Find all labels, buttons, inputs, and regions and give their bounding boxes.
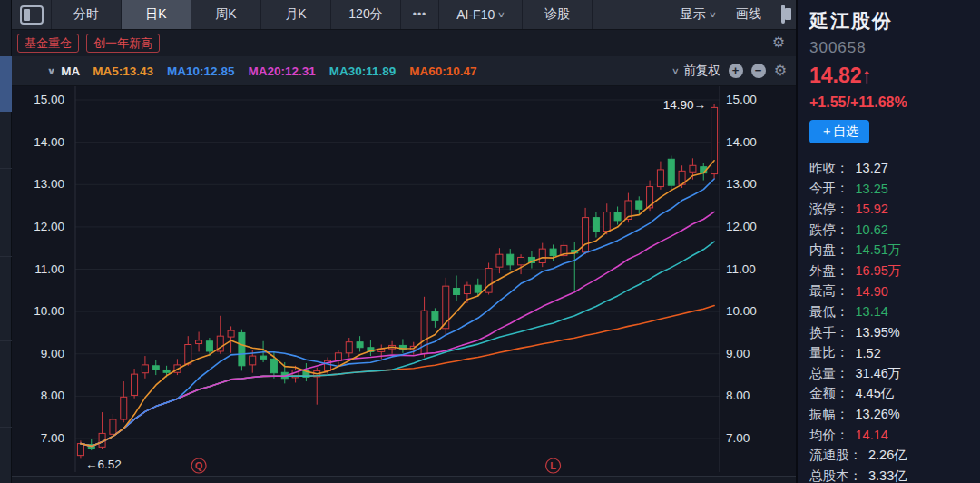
gear-icon[interactable]: ⚙ [772, 35, 785, 50]
display-menu-button[interactable]: 显示 ∨ [680, 6, 716, 23]
stat-label: 涨停： [809, 201, 849, 218]
zoom-in-button[interactable]: + [729, 64, 743, 78]
stat-value: 4.45亿 [856, 385, 895, 402]
tab-label: ••• [413, 8, 427, 21]
price-change: +1.55/+11.68% [809, 94, 980, 111]
candlestick-canvas[interactable]: 14.90→←6.52QL [12, 86, 796, 483]
stat-row: 最低：13.14 [809, 301, 980, 322]
dock-divider [0, 340, 12, 341]
adjust-label: 前复权 [683, 63, 720, 79]
period-toolbar: 分时日K周K月K120分•••AI-F10∨诊股 显示 ∨ 画线 [12, 0, 796, 30]
stat-value: 15.92 [856, 202, 888, 216]
current-price: 14.82↑ [809, 64, 980, 88]
tab-诊股[interactable]: 诊股 [523, 0, 593, 29]
y-axis-label-left: 12.00 [12, 220, 64, 233]
stat-label: 流通股： [809, 447, 862, 464]
event-marker-L[interactable]: L [546, 458, 561, 473]
stat-value: 14.51万 [856, 242, 902, 259]
stat-value: 13.95% [856, 325, 900, 340]
tab-•••[interactable]: ••• [401, 0, 439, 29]
y-axis-label-right: 10.00 [726, 304, 757, 318]
ma-value-MA20: MA20:12.31 [248, 64, 315, 78]
stat-label: 换手： [809, 324, 849, 341]
y-axis-label-right: 8.00 [726, 389, 750, 402]
y-axis-label-right: 14.00 [726, 135, 757, 149]
panel-right-icon [781, 5, 785, 24]
stat-row: 外盘：16.95万 [809, 261, 980, 281]
stat-row: 昨收：13.27 [809, 158, 980, 179]
ma-label: MA [61, 64, 80, 78]
stat-row: 均价：14.14 [809, 425, 980, 446]
stat-row: 总股本：3.33亿 [809, 466, 980, 483]
stat-label: 总股本： [809, 468, 862, 483]
stat-label: 振幅： [809, 406, 849, 423]
y-axis-label-right: 7.00 [726, 431, 750, 445]
stat-row: 换手：13.95% [809, 322, 980, 343]
tab-日K[interactable]: 日K [122, 0, 191, 29]
stat-row: 涨停：15.92 [809, 199, 980, 220]
draw-line-label: 画线 [736, 6, 761, 23]
event-marker-Q[interactable]: Q [191, 458, 206, 473]
stat-value: 14.90 [856, 284, 888, 299]
collapse-left-panel-button[interactable] [12, 0, 52, 29]
gear-icon[interactable]: ⚙ [774, 64, 787, 78]
collapse-right-panel-button[interactable] [781, 6, 785, 23]
tab-label: 诊股 [544, 6, 570, 23]
stat-label: 均价： [809, 427, 849, 444]
stat-label: 最高： [809, 282, 849, 300]
panel-divider [798, 153, 968, 153]
stat-value: 16.95万 [856, 262, 902, 280]
stat-value: 1.52 [856, 346, 881, 360]
toolbar-right-group: 显示 ∨ 画线 [680, 0, 796, 29]
stat-value: 2.26亿 [868, 447, 907, 464]
y-axis-label-left: 9.00 [12, 347, 64, 360]
chart-main-column: 分时日K周K月K120分•••AI-F10∨诊股 显示 ∨ 画线 基金重仓创一年… [12, 0, 796, 483]
stat-label: 今开： [809, 180, 849, 197]
tab-label: 月K [285, 6, 306, 23]
ma-collapse-toggle[interactable]: ∨ MA [48, 64, 80, 78]
stat-label: 最低： [809, 303, 849, 320]
left-dock-active-item[interactable] [0, 56, 12, 112]
tab-AI-F10[interactable]: AI-F10∨ [439, 0, 523, 29]
tab-label: 分时 [74, 6, 99, 23]
stat-value: 13.27 [856, 161, 888, 175]
y-axis-label-right: 11.00 [726, 262, 756, 276]
kline-chart[interactable]: 14.90→←6.52QL 15.0015.0014.0014.0013.001… [12, 86, 796, 483]
tab-label: AI-F10 [456, 7, 495, 22]
y-axis-label-left: 11.00 [12, 262, 64, 276]
chevron-down-icon: ∨ [47, 66, 56, 75]
tab-分时[interactable]: 分时 [52, 0, 122, 29]
stat-label: 昨收： [809, 160, 849, 177]
stat-label: 金额： [809, 385, 849, 402]
draw-line-button[interactable]: 画线 [736, 6, 761, 23]
stat-label: 内盘： [809, 242, 849, 259]
add-watchlist-button[interactable]: ＋自选 [809, 120, 869, 143]
quote-stats-list: 昨收：13.27今开：13.25涨停：15.92跌停：10.62内盘：14.51… [809, 158, 980, 483]
stat-row: 最高：14.90 [809, 281, 980, 302]
y-axis-label-right: 13.00 [726, 177, 757, 191]
tab-120分[interactable]: 120分 [331, 0, 401, 29]
stat-value: 3.33亿 [868, 468, 907, 483]
chevron-down-icon: ∨ [497, 10, 505, 19]
stock-app-window: 分时日K周K月K120分•••AI-F10∨诊股 显示 ∨ 画线 基金重仓创一年… [0, 0, 980, 483]
y-axis-label-left: 14.00 [12, 135, 64, 149]
stat-row: 今开：13.25 [809, 179, 980, 200]
tab-月K[interactable]: 月K [261, 0, 331, 29]
y-axis-label-right: 12.00 [726, 220, 757, 233]
y-axis-label-left: 10.00 [12, 304, 64, 318]
ma-value-MA10: MA10:12.85 [167, 64, 234, 78]
stock-tag[interactable]: 基金重仓 [17, 34, 79, 53]
tab-周K[interactable]: 周K [191, 0, 261, 29]
stock-tag[interactable]: 创一年新高 [86, 34, 160, 53]
y-axis-label-left: 13.00 [12, 177, 64, 191]
stat-value: 13.25 [856, 182, 888, 196]
pane-divider[interactable] [12, 476, 796, 483]
price-adjust-selector[interactable]: ∨ 前复权 [672, 63, 720, 79]
zoom-out-button[interactable]: − [751, 64, 766, 78]
stat-value: 31.46万 [856, 365, 902, 382]
panel-left-icon [20, 5, 44, 25]
ma-values: MA5:13.43MA10:12.85MA20:12.31MA30:11.89M… [93, 64, 476, 78]
stat-label: 外盘： [809, 262, 849, 280]
low-price-annotation: ←6.52 [85, 458, 122, 471]
y-axis-label-left: 8.00 [12, 389, 64, 402]
